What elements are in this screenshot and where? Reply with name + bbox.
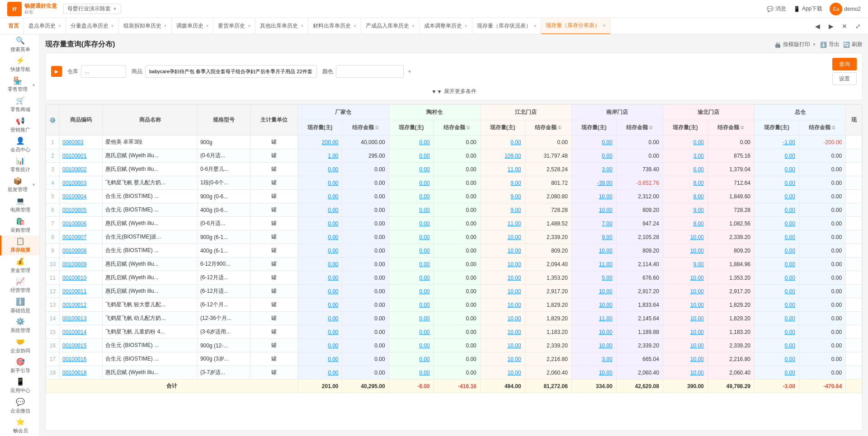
row-code[interactable]: 00100001	[60, 149, 103, 163]
nav-next[interactable]: ▶	[825, 20, 837, 33]
row-f-qty[interactable]: 0.00	[297, 190, 342, 203]
row-f-qty[interactable]: 0.00	[297, 366, 342, 380]
row-code[interactable]: 00100009	[60, 258, 103, 271]
row-y-qty[interactable]: 10.00	[663, 312, 708, 325]
row-n-qty[interactable]: 10.00	[571, 366, 616, 380]
row-j-qty[interactable]: 10.00	[480, 230, 525, 244]
row-j-qty[interactable]: 0.00	[480, 136, 525, 149]
row-y-qty[interactable]: 10.00	[663, 230, 708, 244]
row-total-qty[interactable]: 0.00	[754, 176, 799, 190]
row-n-qty[interactable]: 10.00	[571, 298, 616, 312]
row-code[interactable]: 00100014	[60, 325, 103, 339]
row-y-qty[interactable]: 6.00	[663, 163, 708, 176]
tab-assembly-history[interactable]: 组装拆卸单历史 ×	[119, 18, 172, 34]
expand-btn[interactable]: ►	[51, 66, 62, 77]
row-f-qty[interactable]: 0.00	[297, 298, 342, 312]
row-y-qty[interactable]: 9.00	[663, 203, 708, 217]
row-code[interactable]: 00100007	[60, 230, 103, 244]
row-j-qty[interactable]: 10.00	[480, 325, 525, 339]
row-f-qty[interactable]: 0.00	[297, 203, 342, 217]
row-f-qty[interactable]: 0.00	[297, 339, 342, 352]
query-btn[interactable]: 查询	[832, 58, 857, 70]
row-code[interactable]: 00100018	[60, 366, 103, 380]
row-t-qty[interactable]: 0.00	[389, 176, 434, 190]
nav-close-all[interactable]: ✕	[838, 20, 851, 33]
row-t-qty[interactable]: 0.00	[389, 149, 434, 163]
row-f-qty[interactable]: 0.00	[297, 217, 342, 230]
sidebar-item-base-info[interactable]: ℹ️ 基础信息	[0, 295, 39, 315]
row-t-qty[interactable]: 0.00	[389, 163, 434, 176]
close-icon[interactable]: ×	[465, 23, 467, 28]
sidebar-item-operations[interactable]: 📈 经营管理	[0, 275, 39, 295]
sidebar-item-marketing[interactable]: 📢 营销推广	[0, 115, 39, 135]
sidebar-item-member[interactable]: 👤 会员中心	[0, 135, 39, 155]
row-y-qty[interactable]: 10.00	[663, 339, 708, 352]
sidebar-item-search[interactable]: 🔍 搜索英单	[0, 34, 39, 54]
app-download-btn[interactable]: 📱 App下载	[793, 5, 822, 13]
close-icon[interactable]: ×	[412, 23, 415, 28]
row-total-qty[interactable]: 0.00	[754, 244, 799, 258]
close-icon[interactable]: ×	[534, 23, 537, 28]
tab-portion-history[interactable]: 分量盘点单历史 ×	[66, 18, 119, 34]
row-f-qty[interactable]: 0.00	[297, 163, 342, 176]
tab-production-inbound[interactable]: 产成品入库单历史 ×	[361, 18, 420, 34]
row-code[interactable]: 0000003	[60, 136, 103, 149]
row-y-qty[interactable]: 10.00	[663, 271, 708, 285]
row-code[interactable]: 00100010	[60, 271, 103, 285]
row-t-qty[interactable]: 0.00	[389, 312, 434, 325]
close-icon[interactable]: ×	[206, 23, 209, 28]
row-total-qty[interactable]: 0.00	[754, 190, 799, 203]
print-btn[interactable]: 🖨️ 按模版打印 ▼	[774, 41, 816, 48]
row-y-qty[interactable]: 8.00	[663, 176, 708, 190]
row-total-qty[interactable]: 0.00	[754, 366, 799, 380]
row-j-qty[interactable]: 10.00	[480, 285, 525, 298]
row-j-qty[interactable]: 10.00	[480, 244, 525, 258]
row-y-qty[interactable]: 3.00	[663, 149, 708, 163]
row-code[interactable]: 00100005	[60, 203, 103, 217]
row-n-qty[interactable]: 10.00	[571, 285, 616, 298]
refresh-btn[interactable]: 🔄 刷新	[843, 41, 863, 48]
row-j-qty[interactable]: 11.00	[480, 217, 525, 230]
row-total-qty[interactable]: 0.00	[754, 163, 799, 176]
row-j-qty[interactable]: 9.00	[480, 190, 525, 203]
close-icon[interactable]: ×	[354, 23, 356, 28]
sidebar-item-wholesale[interactable]: 📦 批发管理 ▼	[0, 175, 39, 195]
sidebar-item-nav[interactable]: ⚡ 快捷导航	[0, 54, 39, 74]
row-y-qty[interactable]: 9.00	[663, 258, 708, 271]
row-t-qty[interactable]: 0.00	[389, 271, 434, 285]
row-y-qty[interactable]: 10.00	[663, 366, 708, 380]
row-j-qty[interactable]: 10.00	[480, 298, 525, 312]
row-j-qty[interactable]: 10.00	[480, 312, 525, 325]
row-total-qty[interactable]: 0.00	[754, 339, 799, 352]
row-y-qty[interactable]: 10.00	[663, 244, 708, 258]
row-t-qty[interactable]: 0.00	[389, 339, 434, 352]
row-code[interactable]: 00100016	[60, 352, 103, 366]
row-t-qty[interactable]: 0.00	[389, 325, 434, 339]
row-n-qty[interactable]: -39.00	[571, 176, 616, 190]
setting-btn[interactable]: 设置	[832, 72, 857, 85]
sidebar-item-ecommerce[interactable]: 💻 电商管理	[0, 195, 39, 215]
row-t-qty[interactable]: 0.00	[389, 217, 434, 230]
tab-cost-adjust[interactable]: 成本调整单历史 ×	[420, 18, 472, 34]
row-code[interactable]: 00100015	[60, 339, 103, 352]
row-code[interactable]: 00100012	[60, 298, 103, 312]
row-t-qty[interactable]: 0.00	[389, 285, 434, 298]
row-code[interactable]: 00100004	[60, 190, 103, 203]
row-total-qty[interactable]: -1.00	[754, 136, 799, 149]
row-j-qty[interactable]: 9.00	[480, 176, 525, 190]
row-n-qty[interactable]: 11.00	[571, 312, 616, 325]
row-j-qty[interactable]: 10.00	[480, 366, 525, 380]
user-menu[interactable]: Ea demo2	[830, 3, 861, 15]
sidebar-item-mall[interactable]: 🛒 零售商城	[0, 94, 39, 114]
row-t-qty[interactable]: 0.00	[389, 352, 434, 366]
row-t-qty[interactable]: 0.00	[389, 366, 434, 380]
sidebar-item-retail-mgmt[interactable]: 🏪 零售管理 ▲	[0, 75, 39, 94]
tab-order-history[interactable]: 要货单历史 ×	[213, 18, 255, 34]
row-y-qty[interactable]: 10.00	[663, 325, 708, 339]
row-n-qty[interactable]: 0.00	[571, 149, 616, 163]
row-total-qty[interactable]: 0.00	[754, 312, 799, 325]
close-icon[interactable]: ×	[603, 23, 605, 28]
row-y-qty[interactable]: 0.00	[663, 136, 708, 149]
row-total-qty[interactable]: 0.00	[754, 230, 799, 244]
row-n-qty[interactable]: 10.00	[571, 203, 616, 217]
